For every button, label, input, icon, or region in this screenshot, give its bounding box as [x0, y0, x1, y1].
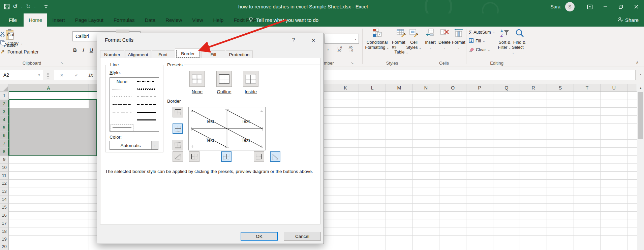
underline-button[interactable]: U: [90, 47, 93, 53]
row-header-17[interactable]: 17: [0, 219, 9, 227]
minimize-button[interactable]: [597, 0, 613, 13]
save-icon[interactable]: [4, 4, 10, 9]
column-header-q[interactable]: Q: [493, 84, 520, 92]
row-header-9[interactable]: 9: [0, 156, 9, 164]
insert-cells-button[interactable]: Insert ⌄: [423, 28, 437, 49]
border-right-button[interactable]: [254, 151, 264, 162]
fill-button[interactable]: Fill ⌄: [469, 38, 485, 44]
row-header-16[interactable]: 16: [0, 211, 9, 219]
dialog-tab-number[interactable]: Number: [100, 50, 124, 58]
preset-none-button[interactable]: [189, 71, 205, 87]
column-header-k[interactable]: K: [332, 84, 359, 92]
line-style-dash-dot[interactable]: [110, 109, 134, 116]
autosum-button[interactable]: Σ AutoSum ⌄: [469, 29, 495, 35]
color-combo[interactable]: Automatic ⌄: [110, 141, 158, 150]
column-header-t[interactable]: T: [574, 84, 601, 92]
dialog-tab-protection[interactable]: Protection: [226, 50, 253, 58]
name-box-resize-handle[interactable]: [47, 72, 50, 78]
format-cells-button[interactable]: Format ⌄: [452, 28, 466, 49]
row-header-4[interactable]: 4: [0, 116, 9, 124]
cut-button[interactable]: Cut: [0, 32, 14, 38]
line-style-hairline-dotted[interactable]: [110, 86, 134, 93]
share-button[interactable]: Share: [617, 13, 639, 27]
dialog-tab-fill[interactable]: Fill: [202, 50, 225, 58]
sort-filter-button[interactable]: AZ Sort & Filter ⌄: [497, 28, 512, 50]
column-header-l[interactable]: L: [359, 84, 386, 92]
border-diagonal-up-button[interactable]: [173, 151, 183, 162]
row-header-8[interactable]: 8: [0, 148, 9, 156]
customize-quick-access-icon[interactable]: [44, 4, 48, 9]
row-header-12[interactable]: 12: [0, 180, 9, 188]
bold-button[interactable]: B: [73, 47, 77, 53]
ribbon-tab-page-layout[interactable]: Page Layout: [70, 13, 109, 27]
line-style-thin-solid[interactable]: [110, 124, 134, 131]
column-header-a[interactable]: A: [9, 84, 89, 92]
find-select-button[interactable]: Find & Select ⌄: [512, 28, 527, 55]
row-header-19[interactable]: 19: [0, 235, 9, 243]
ribbon-tab-home[interactable]: Home: [24, 13, 47, 27]
format-painter-button[interactable]: Format Painter: [0, 48, 39, 55]
dialog-close-button[interactable]: ✕: [307, 36, 320, 44]
formula-enter-icon[interactable]: ✓: [69, 73, 84, 78]
delete-cells-button[interactable]: Delete ⌄: [437, 28, 452, 49]
line-style-medium-dashed[interactable]: [134, 101, 158, 108]
close-button[interactable]: [628, 0, 644, 13]
avatar[interactable]: S: [565, 2, 575, 11]
border-diagonal-down-button[interactable]: [270, 151, 280, 162]
row-header-14[interactable]: 14: [0, 195, 9, 204]
scroll-up-icon[interactable]: ▲: [637, 84, 644, 92]
row-header-13[interactable]: 13: [0, 187, 9, 195]
undo-icon[interactable]: ↺: [13, 4, 18, 9]
user-name[interactable]: Sara: [550, 4, 560, 9]
tell-me-box[interactable]: Tell me what you want to do: [248, 13, 318, 27]
row-header-18[interactable]: 18: [0, 227, 9, 236]
number-format-combo[interactable]: ⌄: [325, 34, 359, 44]
decrease-decimal-button[interactable]: .00→.0: [348, 46, 353, 52]
restore-button[interactable]: [613, 0, 628, 13]
clear-button[interactable]: Clear ⌄: [469, 47, 490, 53]
ribbon-tab-view[interactable]: View: [187, 13, 208, 27]
row-header-6[interactable]: 6: [0, 132, 9, 140]
row-header-11[interactable]: 11: [0, 172, 9, 180]
dialog-tab-border[interactable]: Border: [175, 48, 201, 58]
chevron-down-icon[interactable]: ⌄: [151, 141, 158, 149]
scrollbar-thumb[interactable]: [638, 92, 643, 139]
row-header-15[interactable]: 15: [0, 204, 9, 212]
chevron-down-icon[interactable]: ▾: [35, 73, 43, 77]
column-header-b-partial[interactable]: [89, 84, 97, 92]
vertical-scrollbar[interactable]: ▲: [637, 84, 644, 250]
line-style-none[interactable]: None: [110, 78, 134, 85]
border-preview-diagram[interactable]: Text Text Text Text: [188, 107, 266, 150]
column-header-o[interactable]: O: [439, 84, 466, 92]
redo-dropdown-icon[interactable]: ⌄: [34, 5, 36, 8]
border-horizontal-middle-button[interactable]: [173, 123, 183, 134]
line-style-medium-dash-dot-dot[interactable]: [134, 78, 158, 85]
ok-button[interactable]: OK: [241, 232, 278, 241]
row-header-3[interactable]: 3: [0, 108, 9, 116]
border-top-button[interactable]: [173, 107, 183, 117]
preset-inside-button[interactable]: [243, 71, 258, 87]
italic-button[interactable]: I: [82, 47, 84, 53]
row-header-5[interactable]: 5: [0, 124, 9, 132]
row-header-1[interactable]: 1: [0, 92, 9, 100]
ribbon-tab-file[interactable]: File: [2, 13, 24, 27]
border-vertical-middle-button[interactable]: [221, 151, 232, 162]
undo-dropdown-icon[interactable]: ⌄: [21, 5, 23, 8]
clipboard-launcher-icon[interactable]: ↘: [61, 61, 63, 65]
increase-decimal-button[interactable]: ←.0.00: [337, 46, 342, 52]
conditional-formatting-button[interactable]: ≠ Conditional Formatting ⌄: [363, 28, 391, 50]
ribbon-tab-help[interactable]: Help: [208, 13, 229, 27]
column-header-r[interactable]: R: [520, 84, 547, 92]
copy-button[interactable]: Copy ⌄: [0, 40, 23, 46]
dialog-tab-alignment[interactable]: Alignment: [125, 50, 151, 58]
redo-icon[interactable]: ↻: [26, 4, 31, 9]
row-header-2[interactable]: 2: [0, 100, 9, 108]
chevron-down-icon[interactable]: ⌄: [352, 37, 359, 40]
column-header-n[interactable]: N: [413, 84, 440, 92]
line-style-thick-solid[interactable]: [134, 116, 158, 123]
line-style-dash-dot-dot[interactable]: [110, 101, 134, 108]
select-all-corner[interactable]: [0, 84, 9, 92]
number-launcher-icon[interactable]: ↘: [351, 61, 354, 65]
line-style-listbox[interactable]: None: [110, 77, 159, 132]
ribbon-display-options-button[interactable]: [582, 0, 597, 13]
